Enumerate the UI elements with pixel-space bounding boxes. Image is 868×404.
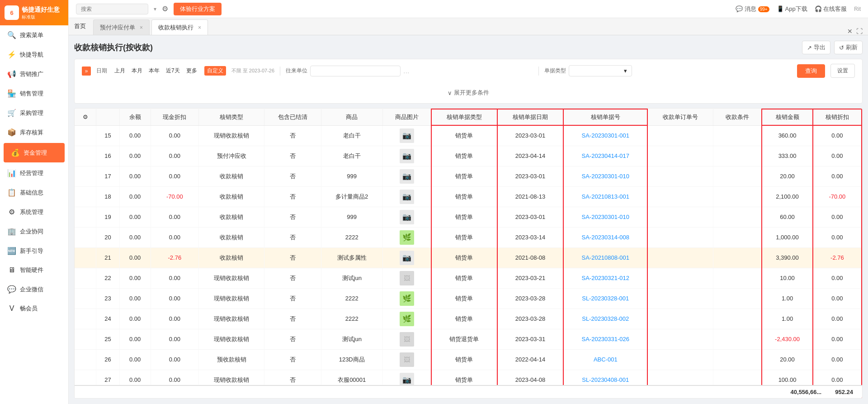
col-settings-icon: ⚙: [83, 114, 88, 120]
verify-bill-no-link[interactable]: SA-20230331-026: [582, 336, 630, 342]
sidebar-item-hardware[interactable]: 🖥 智能硬件: [0, 261, 68, 280]
date-option-近7天[interactable]: 近7天: [164, 66, 182, 76]
cell-goods-image: 🖼: [382, 268, 431, 288]
export-button[interactable]: ↗ 导出: [802, 41, 830, 54]
cell-include-settled: 否: [264, 247, 321, 268]
verify-bill-no-link[interactable]: SA-20230301-001: [582, 132, 630, 139]
sidebar-label-quick: 快捷导航: [20, 51, 43, 59]
verify-bill-no-link[interactable]: SL-20230328-001: [582, 295, 629, 302]
sidebar-item-finance[interactable]: 💰 资金管理: [4, 143, 65, 162]
messages-icon[interactable]: 💬 消息 99+: [736, 5, 769, 13]
filter-expand-button[interactable]: »: [82, 67, 91, 76]
cell-settings: [75, 207, 96, 227]
app-download-link[interactable]: 📱 App下载: [777, 5, 807, 13]
gear-icon[interactable]: ⚙: [162, 5, 168, 13]
date-option-更多[interactable]: 更多: [184, 66, 199, 76]
verify-bill-no-link[interactable]: ABC-001: [594, 356, 618, 363]
table-container: ⚙ 余额 现金折扣 核销类型 包含已结清 商品 商品图片 核销单据类型 核销单据…: [74, 108, 863, 399]
cell-verify-bill-type: 销货单: [431, 247, 497, 268]
cell-balance: 0.00: [119, 166, 151, 186]
system-icon: ⚙: [7, 208, 16, 216]
trial-button[interactable]: 体验行业方案: [174, 3, 222, 15]
cell-settings: [75, 166, 96, 186]
sidebar-label-hardware: 智能硬件: [20, 266, 43, 274]
sidebar-item-marketing[interactable]: 📢 营销推广: [0, 64, 68, 84]
cell-goods: 2222: [321, 227, 382, 247]
tab-receipt-verify[interactable]: 收款核销执行 ×: [151, 19, 208, 35]
sidebar-item-sales[interactable]: 🏪 销售管理: [0, 84, 68, 103]
sidebar-item-operations[interactable]: 📊 经营管理: [0, 163, 68, 183]
window-expand-icon[interactable]: ⛶: [856, 28, 863, 35]
sidebar-item-system[interactable]: ⚙ 系统管理: [0, 202, 68, 222]
cell-settings: [75, 186, 96, 207]
cell-include-settled: 否: [264, 329, 321, 349]
sidebar-item-quick[interactable]: ⚡ 快捷导航: [0, 45, 68, 64]
verify-bill-no-link[interactable]: SA-20230301-010: [582, 214, 630, 220]
page-title: 收款核销执行(按收款): [74, 42, 153, 53]
search-input[interactable]: [76, 4, 148, 14]
cell-verify-bill-no: SA-20230301-010: [563, 207, 647, 227]
cell-cash-discount: 0.00: [151, 207, 199, 227]
verify-bill-no-link[interactable]: SA-20230321-012: [582, 275, 630, 281]
cell-receipt-condition: [713, 247, 762, 268]
cell-balance: 0.00: [119, 309, 151, 329]
tab-home[interactable]: 首页: [69, 18, 91, 35]
online-service-link[interactable]: 🎧 在线客服: [815, 5, 847, 13]
th-settings[interactable]: ⚙: [75, 109, 96, 125]
to-unit-field: 往来单位 ...: [286, 66, 533, 76]
window-close-icon[interactable]: ✕: [847, 28, 853, 35]
cell-verify-bill-type: 销货单: [431, 349, 497, 370]
receipt-type-select[interactable]: ▾: [569, 65, 632, 76]
refresh-button[interactable]: ↺ 刷新: [834, 41, 863, 54]
cell-verify-bill-no: SA-20230301-001: [563, 125, 647, 146]
summary-verify-amount: 40,556,66...: [791, 389, 822, 395]
sidebar-item-search[interactable]: 🔍 搜索菜单: [0, 25, 68, 45]
settings-button[interactable]: 设置: [830, 64, 855, 78]
cell-verify-bill-type: 销货单: [431, 186, 497, 207]
sidebar-item-purchase[interactable]: 🛒 采购管理: [0, 103, 68, 123]
date-option-本月[interactable]: 本月: [130, 66, 144, 76]
to-unit-dots-icon[interactable]: ...: [403, 67, 409, 75]
verify-bill-no-link[interactable]: SA-20210808-001: [582, 254, 630, 261]
goods-image: 📷: [400, 128, 414, 143]
sidebar-item-wechat[interactable]: 💬 企业微信: [0, 280, 68, 299]
cell-cash-discount: -2.76: [151, 247, 199, 268]
basics-icon: 📋: [7, 188, 16, 197]
to-unit-input[interactable]: [310, 66, 401, 76]
close-tab2-icon[interactable]: ×: [198, 24, 201, 31]
cell-row-num: 22: [96, 268, 120, 288]
cell-settings: [75, 329, 96, 349]
verify-bill-no-link[interactable]: SA-20230314-008: [582, 234, 630, 241]
date-option-上月[interactable]: 上月: [113, 66, 127, 76]
sidebar-item-guide[interactable]: 🆕 新手引导: [0, 241, 68, 261]
verify-bill-no-link[interactable]: SA-20230414-017: [582, 152, 630, 159]
sidebar-item-enterprise[interactable]: 🏢 企业协同: [0, 222, 68, 241]
verify-bill-no-link[interactable]: SL-20230408-001: [582, 376, 629, 383]
cell-include-settled: 否: [264, 207, 321, 227]
cell-verify-bill-no: ABC-001: [563, 349, 647, 370]
to-unit-label: 往来单位: [286, 67, 307, 75]
sidebar-item-basics[interactable]: 📋 基础信息: [0, 183, 68, 202]
cell-row-num: 20: [96, 227, 120, 247]
th-verify-bill-no: 核销单据号: [563, 109, 647, 125]
sidebar-item-member[interactable]: V 畅会员: [0, 299, 68, 318]
cell-verify-amount: 1.00: [762, 288, 812, 309]
cell-verify-type: 收款核销: [199, 186, 264, 207]
tab-prepay[interactable]: 预付冲应付单 ×: [93, 19, 150, 35]
date-option-本年[interactable]: 本年: [147, 66, 161, 76]
cell-verify-amount: 60.00: [762, 207, 812, 227]
verify-bill-no-link[interactable]: SL-20230328-002: [582, 315, 629, 322]
custom-date-option[interactable]: 自定义: [204, 66, 226, 76]
cell-receipt-condition: [713, 125, 762, 146]
expand-more-conditions[interactable]: ∨ 展开更多条件: [82, 87, 855, 99]
sidebar-item-inventory[interactable]: 📦 库存核算: [0, 123, 68, 142]
sidebar-label-member: 畅会员: [20, 304, 38, 313]
expand-more-icon: ∨: [448, 90, 452, 96]
cell-include-settled: 否: [264, 268, 321, 288]
close-tab1-icon[interactable]: ×: [140, 24, 143, 31]
verify-bill-no-link[interactable]: SA-20210813-001: [582, 193, 630, 200]
cell-verify-bill-type: 销货单: [431, 227, 497, 247]
cell-row-num: 23: [96, 288, 120, 309]
query-button[interactable]: 查询: [797, 64, 825, 78]
verify-bill-no-link[interactable]: SA-20230301-010: [582, 173, 630, 180]
